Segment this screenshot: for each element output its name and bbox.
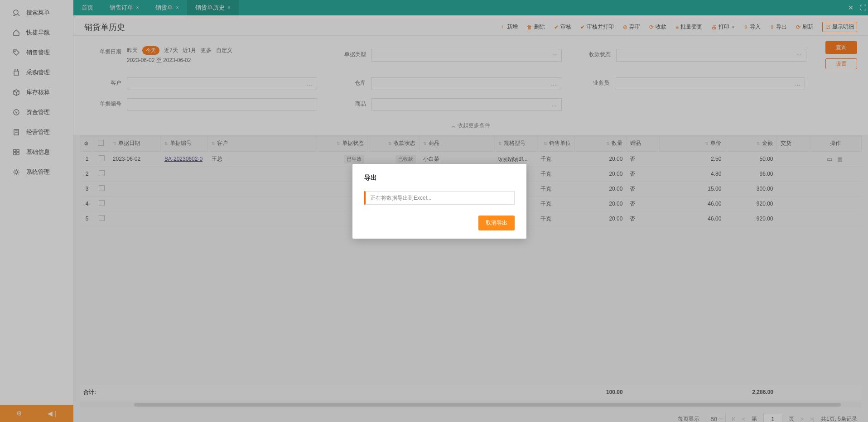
- dialog-message: 正在将数据导出到Excel...: [364, 191, 515, 205]
- dialog-title: 导出: [364, 174, 515, 182]
- cancel-export-button[interactable]: 取消导出: [478, 216, 515, 230]
- modal-overlay: 导出 正在将数据导出到Excel... 取消导出: [0, 0, 868, 422]
- export-dialog: 导出 正在将数据导出到Excel... 取消导出: [352, 164, 526, 239]
